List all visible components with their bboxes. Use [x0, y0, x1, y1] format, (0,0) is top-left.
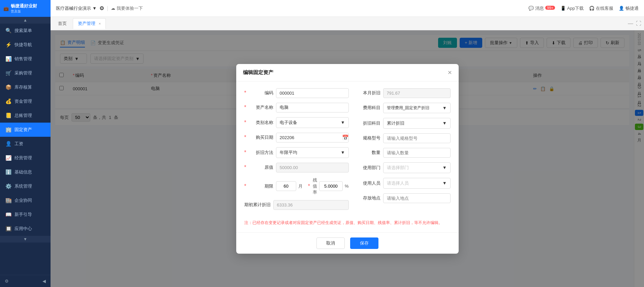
category-select[interactable]: 电子设备 ▼ — [276, 117, 349, 128]
operations-icon: 📈 — [5, 155, 12, 161]
app-download-button[interactable]: 📱 App下载 — [560, 5, 584, 11]
form-row-quantity: 数量 — [357, 148, 451, 158]
collapse-icon[interactable]: ◀ — [42, 279, 46, 284]
tab-home-label: 首页 — [58, 21, 67, 26]
form-row-location: 存放地点 — [357, 193, 451, 203]
modal-close-button[interactable]: ✕ — [448, 69, 452, 76]
sidebar-item-inventory[interactable]: 📦 库存核算 — [0, 80, 51, 94]
settings-icon[interactable]: ⚙ — [5, 279, 9, 284]
residual-rate-label: 残值率 — [313, 177, 317, 195]
location-input[interactable] — [383, 193, 451, 203]
depreciation-method-value: 年限平均 — [280, 150, 297, 156]
edit-fixed-asset-modal: 编辑固定资产 ✕ * 编码 — [236, 64, 459, 254]
sidebar-item-system[interactable]: ⚙️ 系统管理 — [0, 179, 51, 193]
original-value-input[interactable] — [276, 163, 349, 172]
sidebar-item-fixed-assets-label: 固定资产 — [14, 127, 32, 133]
online-service-button[interactable]: 🎧 在线客服 — [589, 5, 613, 11]
user-avatar[interactable]: 👤 畅捷通 — [619, 5, 639, 11]
purchase-icon: 🛒 — [5, 70, 12, 76]
sidebar-item-salary[interactable]: 👤 工资 — [0, 137, 51, 151]
quick-nav-icon: ⚡ — [5, 42, 12, 48]
user-label: 使用人员 — [357, 180, 380, 186]
modal-left-col: * 编码 * 资产名称 — [244, 88, 349, 215]
save-button[interactable]: 保存 — [350, 237, 378, 249]
spec-input[interactable] — [383, 133, 451, 143]
sidebar-item-search[interactable]: 🔍 搜索菜单 — [0, 24, 51, 38]
settings-gear-icon[interactable]: ⚙ — [99, 5, 104, 11]
sidebar-item-basic-info[interactable]: ℹ️ 基础信息 — [0, 165, 51, 179]
form-row-initial-accumulated: 期初累计折旧 — [244, 200, 349, 210]
tab-minimize-button[interactable]: — — [628, 21, 633, 27]
category-dropdown-icon: ▼ — [341, 120, 345, 125]
asset-name-input[interactable] — [276, 103, 349, 113]
industry-selector[interactable]: 医疗器械行业演示 ▼ — [56, 5, 97, 11]
quantity-input[interactable] — [383, 148, 451, 158]
user-select[interactable]: 请选择人员 ▼ — [383, 178, 451, 189]
tab-home[interactable]: 首页 — [53, 19, 71, 29]
category-form-label: 类别名称 — [250, 120, 273, 126]
message-label: 消息 — [535, 5, 544, 11]
sidebar-item-guide[interactable]: 📖 新手引导 — [0, 208, 51, 222]
sidebar-item-ledger[interactable]: 📒 总账管理 — [0, 108, 51, 123]
form-row-depreciation-method: * 折旧方法 年限平均 ▼ — [244, 147, 349, 158]
calendar-icon[interactable]: 📅 — [342, 134, 349, 141]
sidebar-item-operations[interactable]: 📈 经营管理 — [0, 151, 51, 165]
initial-accumulated-input[interactable] — [273, 200, 349, 210]
sidebar-scroll-down[interactable]: ▼ — [0, 236, 51, 243]
sidebar-item-inventory-label: 库存核算 — [14, 84, 32, 90]
sidebar-item-app-center[interactable]: 🔲 应用中心 — [0, 222, 51, 236]
app-name: 畅捷通好业财 — [11, 3, 37, 9]
residual-rate-input[interactable] — [319, 181, 343, 191]
modal-footer: 取消 保存 — [236, 232, 459, 254]
form-row-depreciation-subject: 折旧科目 累计折旧 ▼ — [357, 118, 451, 129]
industry-dropdown-icon: ▼ — [92, 6, 97, 11]
purchase-date-input[interactable] — [276, 133, 349, 142]
department-select[interactable]: 请选择部门 ▼ — [383, 162, 451, 173]
form-row-original-value: * 原值 — [244, 163, 349, 172]
message-badge: 99+ — [545, 6, 555, 10]
fixed-assets-icon: 🏢 — [5, 127, 12, 133]
form-row-period: * 期限 月 * 残值率 % — [244, 177, 349, 195]
user-dropdown-icon: ▼ — [442, 181, 447, 186]
depreciation-method-select[interactable]: 年限平均 ▼ — [276, 147, 349, 158]
sidebar-item-finance[interactable]: 💰 资金管理 — [0, 94, 51, 108]
expense-subject-label: 费用科目 — [357, 105, 380, 111]
sidebar-item-finance-label: 资金管理 — [14, 98, 32, 104]
asset-name-label: 资产名称 — [250, 104, 273, 110]
sidebar-item-enterprise[interactable]: 🏬 企业协同 — [0, 193, 51, 208]
sidebar-item-enterprise-label: 企业协同 — [14, 197, 32, 203]
modal-body: * 编码 * 资产名称 — [236, 82, 459, 232]
tab-asset-label: 资产管理 — [78, 21, 95, 26]
content-area: 📋 资产明细 📄 变更生成凭证 刘账 + 新增 批量操作 ⬆ 导入 — [51, 30, 644, 287]
monthly-depreciation-input[interactable] — [383, 88, 451, 98]
salary-icon: 👤 — [5, 141, 12, 147]
period-unit: 月 — [298, 183, 303, 189]
user-name: 畅捷通 — [625, 5, 639, 11]
form-row-department: 使用部门 请选择部门 ▼ — [357, 162, 451, 173]
tab-asset-management[interactable]: 资产管理 × — [73, 18, 106, 29]
cancel-button[interactable]: 取消 — [316, 237, 345, 249]
experience-label: 我要体验一下 — [117, 5, 143, 11]
tab-maximize-button[interactable]: ⛶ — [636, 21, 641, 27]
depreciation-subject-select[interactable]: 累计折旧 ▼ — [383, 118, 451, 129]
period-input[interactable] — [276, 181, 296, 191]
form-row-asset-name: * 资产名称 — [244, 103, 349, 113]
sidebar-item-sales[interactable]: 📊 销售管理 — [0, 52, 51, 66]
message-button[interactable]: 💬 消息 99+ — [528, 5, 555, 11]
sidebar-item-purchase[interactable]: 🛒 采购管理 — [0, 66, 51, 80]
app-center-icon: 🔲 — [5, 226, 12, 232]
sidebar-scroll-up[interactable]: ▲ — [0, 17, 51, 24]
modal-note: 注：已经存在变更记录或者对应固定资产已经生成凭证，原值、购买日期、残值率、累计折… — [244, 220, 451, 226]
tab-close-icon[interactable]: × — [99, 22, 101, 26]
form-row-spec: 规格型号 — [357, 133, 451, 143]
depreciation-subject-dropdown-icon: ▼ — [442, 121, 447, 126]
form-row-user: 使用人员 请选择人员 ▼ — [357, 178, 451, 189]
expense-subject-select[interactable]: 管理费用_固定资产折旧 ▼ — [383, 103, 451, 113]
experience-button[interactable]: ☁ 我要体验一下 — [111, 5, 143, 11]
sidebar-item-quick-nav[interactable]: ⚡ 快捷导航 — [0, 38, 51, 52]
search-icon: 🔍 — [5, 28, 12, 34]
sidebar-item-fixed-assets[interactable]: 🏢 固定资产 — [0, 123, 51, 137]
depreciation-subject-label: 折旧科目 — [357, 120, 380, 126]
code-input[interactable] — [276, 88, 349, 98]
modal-right-col: 本月折旧 费用科目 管理费用_固定资产折旧 ▼ — [357, 88, 451, 215]
